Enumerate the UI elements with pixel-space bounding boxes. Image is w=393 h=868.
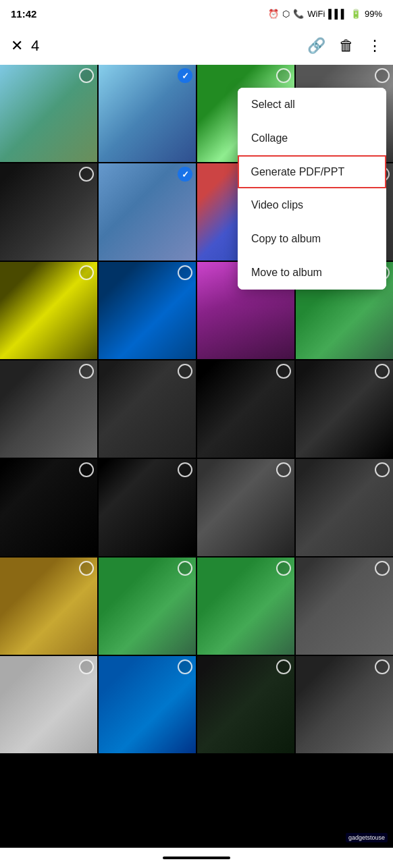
photo-checkbox[interactable] [375, 462, 390, 477]
photo-checkbox[interactable] [79, 265, 94, 280]
photo-cell[interactable] [197, 360, 294, 458]
nav-bar [0, 848, 393, 868]
top-bar: ✕ 4 🔗 🗑 ⋮ [0, 27, 393, 65]
photo-checkbox[interactable] [178, 364, 192, 379]
photo-checkbox[interactable] [375, 68, 390, 83]
photo-cell[interactable] [296, 656, 393, 753]
photo-cell[interactable] [0, 163, 97, 261]
photo-cell[interactable] [296, 360, 393, 458]
photo-cell[interactable] [0, 558, 97, 655]
photo-checkbox[interactable] [178, 659, 192, 674]
photo-checkbox[interactable] [79, 462, 94, 477]
watermark: gadgetstouse [346, 833, 388, 842]
status-bar: 11:42 ⏰ ⬡ 📞 WiFi ▌▌▌ 🔋 99% [0, 0, 393, 27]
photo-cell[interactable] [99, 163, 196, 261]
photo-checkbox[interactable] [79, 68, 94, 83]
wifi-icon: WiFi [307, 9, 325, 19]
photo-cell[interactable] [0, 65, 97, 162]
photo-checkbox[interactable] [276, 659, 291, 674]
share-icon[interactable]: 🔗 [307, 37, 325, 55]
selected-count: 4 [31, 37, 39, 55]
photo-checkbox[interactable] [178, 462, 192, 477]
photo-checkbox[interactable] [276, 561, 291, 576]
photo-cell[interactable] [99, 65, 196, 162]
battery-icon: 🔋 [350, 9, 361, 19]
status-icons: ⏰ ⬡ 📞 WiFi ▌▌▌ 🔋 99% [268, 9, 382, 19]
photo-checkbox[interactable] [178, 265, 192, 280]
photo-cell[interactable] [99, 459, 196, 556]
menu-item-generate-pdf-ppt[interactable]: Generate PDF/PPT [238, 155, 386, 188]
photo-cell[interactable] [0, 262, 97, 359]
photo-cell[interactable] [99, 656, 196, 753]
menu-item-video-clips[interactable]: Video clips [238, 188, 386, 222]
photo-cell[interactable] [197, 656, 294, 753]
menu-item-select-all[interactable]: Select all [238, 88, 386, 121]
photo-cell[interactable] [99, 262, 196, 359]
photo-checkbox[interactable] [276, 462, 291, 477]
photo-checkbox[interactable] [178, 167, 192, 182]
photo-checkbox[interactable] [178, 561, 192, 576]
photo-checkbox[interactable] [79, 659, 94, 674]
photo-checkbox[interactable] [375, 561, 390, 576]
more-options-icon[interactable]: ⋮ [367, 37, 382, 55]
photo-checkbox[interactable] [79, 364, 94, 379]
photo-cell[interactable] [296, 558, 393, 655]
menu-item-copy-to-album[interactable]: Copy to album [238, 222, 386, 256]
photo-cell[interactable] [197, 459, 294, 556]
menu-item-move-to-album[interactable]: Move to album [238, 256, 386, 290]
photo-cell[interactable] [99, 558, 196, 655]
photo-checkbox[interactable] [276, 68, 291, 83]
photo-cell[interactable] [0, 360, 97, 458]
photo-checkbox[interactable] [178, 68, 192, 83]
battery-percent: 99% [365, 9, 382, 19]
call-icon: 📞 [293, 9, 304, 19]
top-bar-left: ✕ 4 [11, 37, 39, 55]
photo-cell[interactable] [0, 656, 97, 753]
menu-item-collage[interactable]: Collage [238, 121, 386, 155]
photo-checkbox[interactable] [375, 364, 390, 379]
nav-indicator [163, 857, 230, 859]
top-bar-right: 🔗 🗑 ⋮ [307, 37, 382, 55]
photo-checkbox[interactable] [79, 167, 94, 182]
status-time: 11:42 [11, 8, 36, 20]
bluetooth-icon: ⬡ [282, 9, 290, 19]
photo-cell[interactable] [0, 459, 97, 556]
dropdown-menu: Select allCollageGenerate PDF/PPTVideo c… [238, 88, 386, 290]
photo-cell[interactable] [197, 558, 294, 655]
photo-checkbox[interactable] [79, 561, 94, 576]
alarm-icon: ⏰ [268, 9, 279, 19]
photo-checkbox[interactable] [276, 364, 291, 379]
photo-cell[interactable] [99, 360, 196, 458]
signal-icon: ▌▌▌ [328, 9, 347, 19]
photo-checkbox[interactable] [375, 659, 390, 674]
close-button[interactable]: ✕ [11, 37, 23, 55]
photo-cell[interactable] [296, 459, 393, 556]
delete-icon[interactable]: 🗑 [339, 37, 354, 55]
